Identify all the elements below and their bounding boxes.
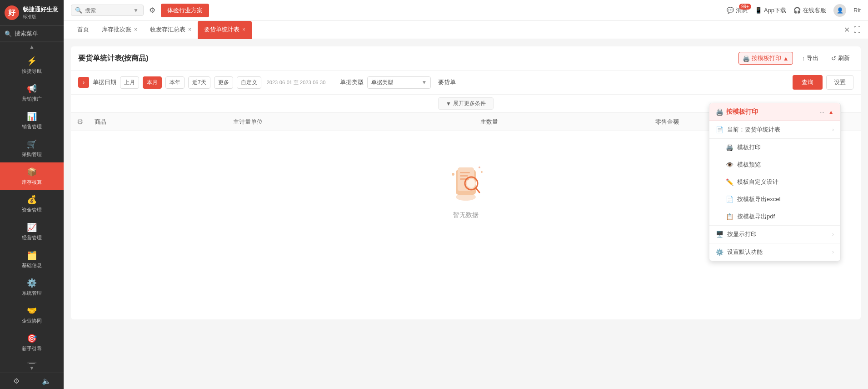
export-excel-icon: 📄 xyxy=(726,196,733,203)
expand-window-btn[interactable]: ⛶ xyxy=(853,26,861,34)
online-service-label: 在线客服 xyxy=(803,6,826,15)
doc-type-select[interactable]: 单据类型 ▼ xyxy=(367,76,431,89)
operations-icon: 📈 xyxy=(27,222,37,232)
online-service-btn[interactable]: 🎧 在线客服 xyxy=(793,6,826,15)
sidebar-item-guide[interactable]: 🎯 新手引导 xyxy=(0,329,64,357)
refresh-icon: ↺ xyxy=(831,55,836,62)
tab-home[interactable]: 首页 xyxy=(71,21,95,39)
basic-info-icon: 🗂️ xyxy=(27,250,37,260)
dropdown-template-design[interactable]: ✏️ 模板自定义设计 xyxy=(709,173,840,191)
dropdown-template-print[interactable]: 🖨️ 模板打印 xyxy=(709,139,840,156)
audio-footer-btn[interactable]: 🔈 xyxy=(42,377,51,385)
export-btn[interactable]: ↑ 导出 xyxy=(798,52,823,64)
dropdown-export-excel[interactable]: 📄 按模板导出excel xyxy=(709,191,840,208)
filter-row: › 单据日期 上月 本月 本年 近7天 更多 自定义 2023-06-01 至 … xyxy=(71,71,861,95)
close-window-btn[interactable]: ✕ xyxy=(844,25,850,34)
dropdown-header-actions: ··· ▲ xyxy=(819,109,834,116)
doc-type-value: 单据类型 xyxy=(371,79,393,86)
sidebar-item-app-center[interactable]: 🔲 应用中心 xyxy=(0,357,64,364)
page-header-actions: 🖨️ 按模板打印 ▲ ↑ 导出 ↺ 刷新 xyxy=(738,52,853,65)
dropdown-default-func[interactable]: ⚙️ 设置默认功能 › xyxy=(709,243,840,261)
dropdown-template-preview[interactable]: 👁️ 模板预览 xyxy=(709,156,840,173)
sidebar-item-purchase[interactable]: 🛒 采购管理 xyxy=(0,135,64,162)
expand-more-label: 展开更多条件 xyxy=(453,100,486,107)
topbar-right: 💬 消息 99+ 📱 App下载 🎧 在线客服 👤 Rit xyxy=(727,4,861,17)
sidebar-scroll-up[interactable]: ▲ xyxy=(0,42,64,51)
topbar-gear-icon[interactable]: ⚙ xyxy=(149,6,155,15)
more-date-btn[interactable]: 更多 xyxy=(214,76,233,89)
refresh-btn[interactable]: ↺ 刷新 xyxy=(828,52,853,64)
display-print-chevron: › xyxy=(832,231,834,237)
sidebar-item-marketing[interactable]: 📢 营销推广 xyxy=(0,79,64,107)
trial-btn[interactable]: 体验行业方案 xyxy=(161,4,209,17)
collab-icon: 🤝 xyxy=(27,306,37,316)
settings-btn[interactable]: 设置 xyxy=(826,75,853,90)
dropdown-display-print[interactable]: 🖥️ 按显示打印 › xyxy=(709,226,840,243)
dropdown-template-section: 🖨️ 模板打印 👁️ 模板预览 ✏️ 模板自定义设计 📄 按模板导出excel … xyxy=(709,139,840,226)
tabs-bar: 首页 库存批次账 × 收发存汇总表 × 要货单统计表 × ✕ ⛶ xyxy=(64,21,868,39)
sidebar-item-label-purchase: 采购管理 xyxy=(22,151,42,158)
sidebar-item-label-operations: 经营管理 xyxy=(22,234,42,241)
content-area: 要货单统计表(按商品) 🖨️ 按模板打印 ▲ ↑ 导出 ↺ 刷新 xyxy=(64,39,868,389)
this-month-btn[interactable]: 本月 xyxy=(143,76,162,89)
sidebar-item-operations[interactable]: 📈 经营管理 xyxy=(0,218,64,246)
search-dropdown-icon[interactable]: ▼ xyxy=(133,7,139,14)
dropdown-collapse-icon[interactable]: ▲ xyxy=(828,109,834,116)
sidebar-item-inventory[interactable]: 📦 库存核算 xyxy=(0,162,64,190)
tab-close-inventory-batch[interactable]: × xyxy=(134,26,137,33)
app-version: 标准版 xyxy=(23,14,58,20)
custom-date-btn[interactable]: 自定义 xyxy=(237,76,261,89)
messages-btn[interactable]: 💬 消息 99+ xyxy=(727,6,748,15)
sidebar-item-sales[interactable]: 📊 销售管理 xyxy=(0,107,64,135)
dropdown-export-pdf[interactable]: 📋 按模板导出pdf xyxy=(709,208,840,225)
settings-footer-btn[interactable]: ⚙ xyxy=(13,377,20,385)
last-7-days-btn[interactable]: 近7天 xyxy=(188,76,210,89)
app-download-label: App下载 xyxy=(764,6,786,15)
sidebar-item-collab[interactable]: 🤝 企业协同 xyxy=(0,301,64,329)
sidebar-item-finance[interactable]: 💰 资金管理 xyxy=(0,190,64,218)
sidebar-item-label-sales: 销售管理 xyxy=(22,123,42,130)
purchase-icon: 🛒 xyxy=(27,139,37,149)
col-goods-header: 商品 xyxy=(89,113,228,131)
tab-close-order-stats[interactable]: × xyxy=(242,26,245,33)
tab-inventory-batch[interactable]: 库存批次账 × xyxy=(95,21,144,39)
tab-close-receipts-summary[interactable]: × xyxy=(188,26,191,33)
avatar-icon: 👤 xyxy=(837,7,843,14)
app-download-btn[interactable]: 📱 App下载 xyxy=(755,6,786,15)
table-settings-icon[interactable]: ⚙ xyxy=(77,118,83,126)
sidebar-item-label-quick-nav: 快捷导航 xyxy=(22,68,42,75)
username-display[interactable]: Rit xyxy=(853,7,861,14)
print-template-btn[interactable]: 🖨️ 按模板打印 ▲ xyxy=(738,52,793,65)
sidebar-item-basic-info[interactable]: 🗂️ 基础信息 xyxy=(0,246,64,273)
filter-toggle-btn[interactable]: › xyxy=(78,77,89,88)
page-header: 要货单统计表(按商品) 🖨️ 按模板打印 ▲ ↑ 导出 ↺ 刷新 xyxy=(71,46,861,71)
display-print-left: 🖥️ 按显示打印 xyxy=(716,230,757,238)
prev-month-btn[interactable]: 上月 xyxy=(120,76,139,89)
user-avatar-btn[interactable]: 👤 xyxy=(833,4,846,17)
this-year-btn[interactable]: 本年 xyxy=(165,76,185,89)
tab-receipts-summary[interactable]: 收发存汇总表 × xyxy=(144,21,198,39)
tab-order-stats[interactable]: 要货单统计表 × xyxy=(198,21,252,39)
refresh-label: 刷新 xyxy=(838,54,850,62)
svg-rect-4 xyxy=(460,175,468,177)
message-badge: 99+ xyxy=(739,4,751,10)
default-func-left: ⚙️ 设置默认功能 xyxy=(716,248,763,256)
app-name: 畅捷通好生意 xyxy=(23,5,58,14)
sidebar-scroll-down[interactable]: ▼ xyxy=(0,364,64,373)
receipts-summary-tab-label: 收发存汇总表 xyxy=(150,25,185,34)
app-center-icon: 🔲 xyxy=(27,361,37,364)
dropdown-more-icon[interactable]: ··· xyxy=(819,109,824,116)
sidebar-item-label-guide: 新手引导 xyxy=(22,345,42,352)
dropdown-current-template[interactable]: 📄 当前：要货单统计表 › xyxy=(709,121,840,138)
search-input[interactable] xyxy=(85,7,130,14)
expand-more-btn[interactable]: ▼ 展开更多条件 xyxy=(438,97,494,110)
query-btn[interactable]: 查询 xyxy=(793,75,823,90)
topbar-search-box[interactable]: 🔍 ▼ xyxy=(71,5,144,16)
current-template-left: 📄 当前：要货单统计表 xyxy=(716,126,780,134)
sidebar-search[interactable]: 🔍 搜索菜单 xyxy=(0,26,64,41)
dropdown-default-section: ⚙️ 设置默认功能 › xyxy=(709,243,840,261)
sidebar-item-quick-nav[interactable]: ⚡ 快捷导航 xyxy=(0,51,64,79)
sidebar-item-label-system: 系统管理 xyxy=(22,290,42,297)
dropdown-header-title-label: 按模板打印 xyxy=(726,108,758,116)
sidebar-item-system[interactable]: ⚙️ 系统管理 xyxy=(0,273,64,301)
